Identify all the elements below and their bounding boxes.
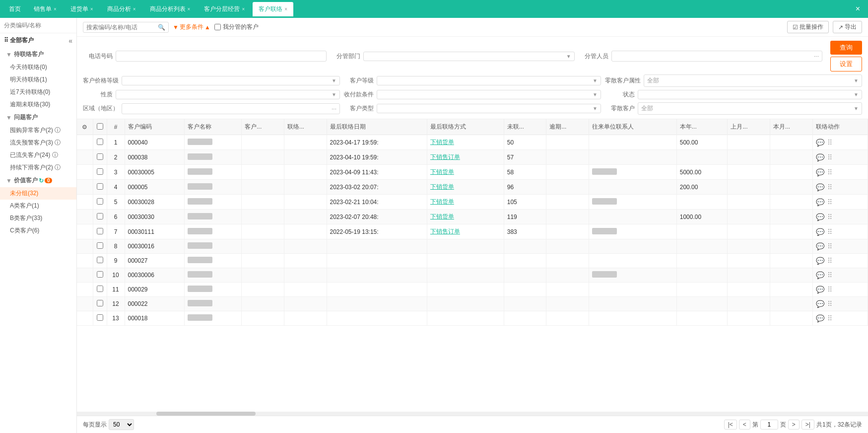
- cell-last-type[interactable]: 下销售订单: [427, 224, 504, 239]
- my-customers-check[interactable]: 我分管的客户: [214, 23, 259, 31]
- chat-icon[interactable]: 💬: [816, 286, 824, 293]
- cell-last-type[interactable]: [427, 254, 504, 268]
- nav-sales-order[interactable]: 销售单 ×: [28, 2, 63, 16]
- manager-dots[interactable]: ···: [611, 51, 822, 62]
- grid-icon[interactable]: ⠿: [827, 257, 832, 265]
- cell-check[interactable]: [93, 210, 107, 224]
- nav-purchase-order[interactable]: 进货单 ×: [65, 2, 99, 16]
- close-all-button[interactable]: ×: [852, 2, 864, 15]
- cell-last-type[interactable]: 下销货单: [427, 195, 504, 210]
- contact-type-link[interactable]: 下销货单: [430, 139, 454, 145]
- problem-customers-group[interactable]: ▼ 问题客户: [0, 111, 76, 124]
- col-last-contact-type[interactable]: 最后联络方式: [427, 119, 504, 135]
- sidebar-class-a[interactable]: A类客户(1): [0, 200, 76, 212]
- page-number-input[interactable]: [760, 420, 778, 430]
- col-last-contact-date[interactable]: 最后联络日期: [327, 119, 427, 135]
- cell-check[interactable]: [93, 283, 107, 297]
- cell-last-type[interactable]: 下销货单: [427, 180, 504, 195]
- cell-last-type[interactable]: 下销货单: [427, 135, 504, 150]
- row-checkbox[interactable]: [97, 139, 103, 145]
- contact-type-link[interactable]: 下销售订单: [430, 153, 460, 160]
- query-button[interactable]: 查询: [830, 41, 862, 55]
- refresh-icon[interactable]: ↻: [39, 177, 44, 184]
- close-sales-icon[interactable]: ×: [54, 6, 57, 12]
- col-unit-contact[interactable]: 往来单位联系人: [589, 119, 677, 135]
- grid-icon[interactable]: ⠿: [827, 286, 832, 293]
- reset-button[interactable]: 设置: [830, 57, 862, 72]
- main-search-input[interactable]: [86, 24, 156, 31]
- row-checkbox[interactable]: [97, 153, 103, 160]
- cell-check[interactable]: [93, 150, 107, 165]
- sidebar-search-input[interactable]: [4, 22, 77, 29]
- sidebar-tomorrow-pending[interactable]: 明天待联络(1): [0, 73, 76, 86]
- cell-last-type[interactable]: [427, 297, 504, 311]
- contact-type-link[interactable]: 下销售订单: [430, 228, 460, 235]
- payment-select[interactable]: ▼: [377, 90, 601, 99]
- phone-input[interactable]: [116, 51, 327, 62]
- contact-type-link[interactable]: 下销货单: [430, 213, 454, 220]
- grid-icon[interactable]: ⠿: [827, 168, 832, 176]
- row-checkbox[interactable]: [97, 213, 103, 219]
- cell-check[interactable]: [93, 135, 107, 150]
- nav-customer-contact[interactable]: 客户联络 ×: [253, 2, 293, 16]
- retail-customer-select[interactable]: 全部 ▼: [638, 102, 862, 115]
- chat-icon[interactable]: 💬: [816, 198, 824, 206]
- col-last-month[interactable]: 上月...: [728, 119, 770, 135]
- chat-icon[interactable]: 💬: [816, 139, 824, 146]
- cell-last-type[interactable]: [427, 268, 504, 283]
- sidebar-class-b[interactable]: B类客户(33): [0, 212, 76, 224]
- grid-icon[interactable]: ⠿: [827, 314, 832, 322]
- row-checkbox[interactable]: [97, 183, 103, 190]
- sidebar-class-c[interactable]: C类客户(6): [0, 224, 76, 237]
- row-checkbox[interactable]: [97, 314, 103, 321]
- grid-icon[interactable]: ⠿: [827, 183, 832, 191]
- chat-icon[interactable]: 💬: [816, 213, 824, 221]
- row-checkbox[interactable]: [97, 300, 103, 306]
- close-seg-icon[interactable]: ×: [242, 6, 245, 12]
- chat-icon[interactable]: 💬: [816, 314, 824, 322]
- col-not-contact[interactable]: 未联...: [504, 119, 546, 135]
- scrollbar-thumb[interactable]: [156, 412, 256, 416]
- row-checkbox[interactable]: [97, 168, 103, 175]
- row-checkbox[interactable]: [97, 271, 103, 278]
- contact-type-link[interactable]: 下销货单: [430, 198, 454, 205]
- chat-icon[interactable]: 💬: [816, 271, 824, 279]
- my-customers-checkbox[interactable]: [214, 24, 221, 30]
- contact-type-link[interactable]: 下销货单: [430, 183, 454, 190]
- col-setting[interactable]: ⚙: [77, 119, 93, 135]
- col-contact[interactable]: 联络...: [284, 119, 327, 135]
- grid-icon[interactable]: ⠿: [827, 300, 832, 308]
- close-product-list-icon[interactable]: ×: [188, 6, 191, 12]
- all-customers-header[interactable]: ⠿ 全部客户 «: [0, 33, 76, 48]
- chat-icon[interactable]: 💬: [816, 168, 824, 176]
- cell-check[interactable]: [93, 195, 107, 210]
- close-purchase-icon[interactable]: ×: [90, 6, 93, 12]
- close-product-icon[interactable]: ×: [133, 6, 136, 12]
- grid-icon[interactable]: ⠿: [827, 213, 832, 221]
- next-page-btn[interactable]: >: [788, 420, 800, 430]
- cell-last-type[interactable]: 下销货单: [427, 210, 504, 224]
- cell-check[interactable]: [93, 165, 107, 180]
- grid-icon[interactable]: ⠿: [827, 153, 832, 161]
- chat-icon[interactable]: 💬: [816, 257, 824, 265]
- cell-check[interactable]: [93, 224, 107, 239]
- status-select[interactable]: ▼: [638, 90, 862, 99]
- cell-last-type[interactable]: 下销货单: [427, 165, 504, 180]
- grid-icon[interactable]: ⠿: [827, 228, 832, 236]
- grid-icon[interactable]: ⠿: [827, 139, 832, 146]
- row-checkbox[interactable]: [97, 228, 103, 234]
- col-customer-cat[interactable]: 客户...: [242, 119, 284, 135]
- sidebar-collapse-icon[interactable]: «: [68, 37, 72, 45]
- value-customers-group[interactable]: ▼ 价值客户 ↻ 0: [0, 174, 76, 187]
- select-all-checkbox[interactable]: [97, 123, 103, 130]
- cell-last-type[interactable]: [427, 239, 504, 254]
- horizontal-scrollbar[interactable]: [77, 412, 868, 416]
- sidebar-overdue-contact[interactable]: 逾期未联络(30): [0, 98, 76, 111]
- main-search-icon[interactable]: 🔍: [158, 24, 165, 31]
- first-page-btn[interactable]: |<: [724, 420, 737, 430]
- export-button[interactable]: ↗ 导出: [833, 21, 862, 33]
- col-customer-name[interactable]: 客户名称: [185, 119, 242, 135]
- col-customer-code[interactable]: 客户编码: [125, 119, 185, 135]
- chat-icon[interactable]: 💬: [816, 183, 824, 191]
- dept-select[interactable]: ▼: [363, 52, 574, 61]
